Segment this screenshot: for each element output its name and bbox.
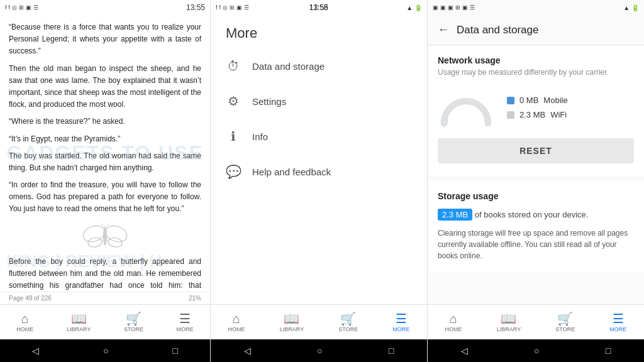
nav-more-2[interactable]: ☰ MORE xyxy=(392,312,409,332)
book-para-3: “Where is the treasure?” he asked. xyxy=(9,116,201,128)
book-para-2: Then the old man began to inspect the sh… xyxy=(9,63,201,111)
svg-point-2 xyxy=(87,236,103,248)
menu-item-settings[interactable]: ⚙ Settings xyxy=(211,84,427,119)
network-gauge xyxy=(438,85,494,129)
wifi-label: WiFi xyxy=(550,110,567,119)
system-bar-2: ◁ ○ □ xyxy=(211,339,427,362)
data-storage-panel: ▣▣▣⊞▣☰ 11:58 ▲ 🔋 ← Data and storage Netw… xyxy=(427,0,644,362)
wifi-legend: 2.3 MB WiFi xyxy=(507,110,568,119)
nav-library-label-2: LIBRARY xyxy=(280,326,304,332)
svg-point-0 xyxy=(81,222,107,244)
book-para-6: “In order to find the treasure, you will… xyxy=(9,179,201,216)
butterfly-illustration xyxy=(9,221,201,252)
menu-item-help-feedback[interactable]: 💬 Help and feedback xyxy=(211,154,427,189)
book-para-1: “Because there is a force that wants you… xyxy=(9,21,201,58)
page-number: Page 49 of 226 xyxy=(9,295,52,302)
back-btn-3[interactable]: ◁ xyxy=(461,346,468,356)
nav-library-3[interactable]: 📖 LIBRARY xyxy=(497,312,521,332)
nav-home-label-1: HOME xyxy=(16,326,33,332)
gauge-container: 0 MB Mobile 2.3 MB WiFi xyxy=(438,85,634,129)
back-arrow-icon[interactable]: ← xyxy=(438,23,449,36)
book-para-5: The boy was startled. The old woman had … xyxy=(9,150,201,174)
more-icon-3: ☰ xyxy=(613,312,624,325)
back-btn-1[interactable]: ◁ xyxy=(32,346,39,356)
recents-btn-2[interactable]: □ xyxy=(389,346,394,356)
recents-btn-3[interactable]: □ xyxy=(606,346,611,356)
settings-icon: ⚙ xyxy=(226,94,241,109)
nav-home-2[interactable]: ⌂ HOME xyxy=(228,312,245,332)
reset-button[interactable]: RESET xyxy=(438,138,634,163)
more-menu-panel: ff◎⊞▣☰ 13:55 ▲ 🔋 More ⏱ Data and storage… xyxy=(210,0,427,362)
book-para-4: “It’s in Egypt, near the Pyramids.” xyxy=(9,133,201,145)
network-usage-title: Network usage xyxy=(438,55,634,65)
status-right-1: 13:55 xyxy=(186,3,205,12)
nav-home-3[interactable]: ⌂ HOME xyxy=(445,312,462,332)
bottom-nav-3: ⌂ HOME 📖 LIBRARY 🛒 STORE ☰ MORE xyxy=(428,304,644,339)
storage-usage-title: Storage usage xyxy=(438,191,634,201)
book-text-area: “Because there is a force that wants you… xyxy=(0,15,210,292)
home-icon-2: ⌂ xyxy=(233,312,240,325)
network-usage-subtitle: Usage may be measured differently by you… xyxy=(438,68,634,77)
nav-store-1[interactable]: 🛒 STORE xyxy=(124,312,143,332)
menu-item-help-label: Help and feedback xyxy=(252,167,331,177)
nav-store-label-3: STORE xyxy=(555,326,575,332)
menu-item-data-storage-label: Data and storage xyxy=(252,61,325,72)
nav-home-label-2: HOME xyxy=(228,326,245,332)
gauge-legend: 0 MB Mobile 2.3 MB WiFi xyxy=(507,96,568,119)
clock-3: 11:58 xyxy=(309,3,328,12)
settings-scroll-area: Network usage Usage may be measured diff… xyxy=(428,45,644,304)
wifi-dot xyxy=(507,111,514,119)
notification-icons-3: ▣▣▣⊞▣☰ xyxy=(433,4,475,11)
mobile-mb-value: 0 MB xyxy=(519,96,538,105)
home-btn-3[interactable]: ○ xyxy=(534,346,539,356)
recents-btn-1[interactable]: □ xyxy=(173,346,178,356)
menu-item-info[interactable]: ℹ Info xyxy=(211,119,427,154)
menu-item-data-storage[interactable]: ⏱ Data and storage xyxy=(211,49,427,84)
data-storage-icon: ⏱ xyxy=(226,59,241,74)
library-icon-2: 📖 xyxy=(284,312,299,325)
system-bar-1: ◁ ○ □ xyxy=(0,339,210,362)
help-icon: 💬 xyxy=(226,164,241,179)
bottom-nav-2: ⌂ HOME 📖 LIBRARY 🛒 STORE ☰ MORE xyxy=(211,304,427,339)
book-para-7: Before the boy could reply, a butterfly … xyxy=(9,256,201,292)
read-percent: 21% xyxy=(189,295,201,302)
more-menu-header: More xyxy=(211,15,427,47)
store-icon: 🛒 xyxy=(126,312,142,325)
nav-store-label-2: STORE xyxy=(338,326,358,332)
svg-point-3 xyxy=(108,236,123,248)
nav-library-2[interactable]: 📖 LIBRARY xyxy=(280,312,304,332)
storage-usage-section: Storage usage 2.3 MB of books stored on … xyxy=(428,181,644,272)
nav-more-3[interactable]: ☰ MORE xyxy=(609,312,626,332)
wifi-mb-value: 2.3 MB xyxy=(519,110,545,119)
book-footer: Page 49 of 226 21% xyxy=(0,292,210,304)
mobile-label: Mobile xyxy=(543,96,567,105)
menu-item-info-label: Info xyxy=(252,131,268,142)
more-icon: ☰ xyxy=(179,312,191,325)
home-btn-2[interactable]: ○ xyxy=(317,346,322,356)
status-right-3: ▲ 🔋 xyxy=(623,4,639,11)
nav-library-1[interactable]: 📖 LIBRARY xyxy=(67,312,91,332)
bottom-nav-1: ⌂ HOME 📖 LIBRARY 🛒 STORE ☰ MORE xyxy=(0,304,210,339)
mobile-dot xyxy=(507,97,514,104)
home-btn-1[interactable]: ○ xyxy=(103,346,108,356)
store-icon-2: 🛒 xyxy=(340,312,356,325)
menu-item-settings-label: Settings xyxy=(252,96,286,107)
back-btn-2[interactable]: ◁ xyxy=(244,346,251,356)
toolbar-data-storage: ← Data and storage xyxy=(428,15,644,45)
nav-home-1[interactable]: ⌂ HOME xyxy=(16,312,33,332)
nav-more-label-2: MORE xyxy=(392,326,409,332)
library-icon: 📖 xyxy=(71,312,87,325)
nav-store-3[interactable]: 🛒 STORE xyxy=(555,312,575,332)
svg-point-1 xyxy=(103,222,129,244)
reset-container: RESET xyxy=(438,138,634,163)
status-bar-3: ▣▣▣⊞▣☰ 11:58 ▲ 🔋 xyxy=(428,0,644,15)
network-usage-section: Network usage Usage may be measured diff… xyxy=(428,45,644,176)
nav-library-label-3: LIBRARY xyxy=(497,326,521,332)
nav-more-1[interactable]: ☰ MORE xyxy=(177,312,194,332)
home-icon-3: ⌂ xyxy=(450,312,457,325)
storage-note: Clearing storage will free up space and … xyxy=(438,228,634,261)
mobile-legend: 0 MB Mobile xyxy=(507,96,568,105)
more-icon-2: ☰ xyxy=(396,312,407,325)
status-right-2: ▲ 🔋 xyxy=(406,4,422,11)
nav-store-2[interactable]: 🛒 STORE xyxy=(338,312,358,332)
